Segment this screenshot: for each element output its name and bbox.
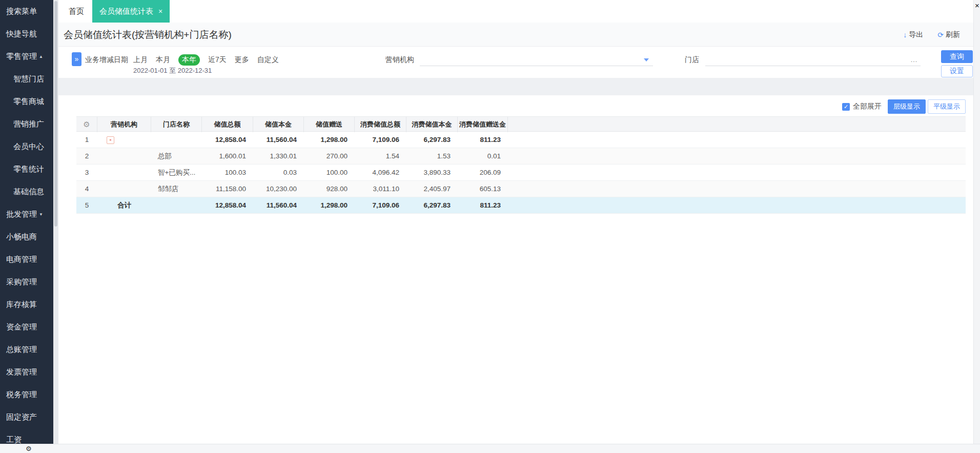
value-cell: 7,109.06 <box>355 136 406 143</box>
row-number: 4 <box>76 185 97 193</box>
sidebar-item-label: 搜索菜单 <box>6 7 37 15</box>
sidebar-item[interactable]: 固定资产 <box>0 406 53 428</box>
query-button[interactable]: 查询 <box>941 50 973 63</box>
tab-member-stored-value[interactable]: 会员储值统计表 × <box>92 0 170 23</box>
date-range-value[interactable]: 2022-01-01 至 2022-12-31 <box>133 66 212 75</box>
page-title: 会员储值统计表(按营销机构+门店名称) <box>64 23 232 47</box>
column-header: 消费储值总额 <box>355 117 406 132</box>
quick-option[interactable]: 本年 <box>178 54 200 66</box>
column-header: 营销机构 <box>97 117 151 132</box>
tab-close-icon[interactable]: × <box>158 7 162 15</box>
org-filter-label: 营销机构 <box>385 55 414 65</box>
table-controls: ✓ 全部展开 层级显示 平级显示 <box>842 99 966 114</box>
sidebar-item[interactable]: 总账管理 <box>0 338 53 361</box>
sidebar-item-label: 总账管理 <box>6 345 37 354</box>
collapse-row-icon[interactable]: - <box>107 136 114 144</box>
value-cell: 605.13 <box>458 185 508 193</box>
hierarchy-display-button[interactable]: 层级显示 <box>888 99 926 114</box>
chevron-down-icon[interactable] <box>644 58 649 61</box>
settings-gear-icon[interactable]: ⚙ <box>26 444 32 453</box>
sidebar-item[interactable]: 会员中心 <box>0 135 53 158</box>
quick-option[interactable]: 更多 <box>235 55 249 65</box>
main-scrollbar[interactable]: × <box>973 0 980 453</box>
sidebar-item[interactable]: 快捷导航 <box>0 23 53 45</box>
table-row[interactable]: 2总部1,600.011,330.01270.001.541.530.01 <box>76 148 966 164</box>
value-cell: 10,230.00 <box>253 185 304 193</box>
flat-display-button[interactable]: 平级显示 <box>928 99 966 114</box>
org-filter-input[interactable] <box>420 53 653 66</box>
sidebar-item[interactable]: 资金管理 <box>0 316 53 338</box>
collapse-filter-button[interactable]: » <box>72 52 81 66</box>
sidebar-item[interactable]: 小畅电商 <box>0 225 53 248</box>
sidebar-item[interactable]: 电商管理 <box>0 248 53 271</box>
value-cell: 1.54 <box>355 152 406 160</box>
sidebar-item[interactable]: 库存核算 <box>0 293 53 316</box>
main-area: 首页 会员储值统计表 × 会员储值统计表(按营销机构+门店名称) ↓ 导出 ⟳ … <box>58 0 973 453</box>
tab-bar: 首页 会员储值统计表 × <box>58 0 973 23</box>
filter-bar: » 业务增减日期 上月本月本年近7天更多自定义 2022-01-01 至 202… <box>58 47 973 78</box>
sidebar-item[interactable]: 采购管理 <box>0 271 53 293</box>
sidebar-item[interactable]: 基础信息 <box>0 180 53 203</box>
value-cell: 12,858.04 <box>202 201 253 209</box>
sidebar-item[interactable]: 发票管理 <box>0 361 53 383</box>
sidebar-item[interactable]: 税务管理 <box>0 383 53 406</box>
sidebar-scrollbar[interactable] <box>53 0 58 444</box>
table-body: 1-12,858.0411,560.041,298.007,109.066,29… <box>76 132 966 214</box>
sidebar-item-label: 基础信息 <box>13 187 44 196</box>
sidebar-item[interactable]: 零售统计 <box>0 158 53 180</box>
sidebar-item-label: 零售统计 <box>13 164 44 173</box>
quick-option[interactable]: 自定义 <box>257 55 279 65</box>
value-cell: 11,560.04 <box>253 136 304 143</box>
tab-home[interactable]: 首页 <box>58 0 94 23</box>
sidebar-item-label: 小畅电商 <box>6 232 37 241</box>
export-button[interactable]: ↓ 导出 <box>903 30 923 39</box>
sidebar-item[interactable]: 搜索菜单 <box>0 0 53 23</box>
settings-button[interactable]: 设置 <box>941 65 973 77</box>
sidebar-item-label: 采购管理 <box>6 277 37 286</box>
sidebar-item[interactable]: 营销推广 <box>0 113 53 135</box>
column-settings-gear-icon[interactable]: ⚙ <box>76 117 97 132</box>
column-header: 储值总额 <box>202 117 253 132</box>
quick-option[interactable]: 本月 <box>156 55 170 65</box>
sidebar-item-label: 快捷导航 <box>6 29 37 38</box>
content-area: ✓ 全部展开 层级显示 平级显示 ⚙营销机构门店名称储值总额储值本金储值赠送消费… <box>58 95 973 444</box>
bottom-bar: ⚙ <box>0 444 980 453</box>
quick-option[interactable]: 上月 <box>133 55 148 65</box>
sidebar-item[interactable]: 智慧门店 <box>0 68 53 90</box>
refresh-label: 刷新 <box>946 30 960 39</box>
table-row[interactable]: 1-12,858.0411,560.041,298.007,109.066,29… <box>76 132 966 148</box>
chevron-down-icon: ▼ <box>39 212 43 217</box>
row-number: 5 <box>76 201 97 209</box>
sidebar-item[interactable]: 零售商城 <box>0 90 53 113</box>
expand-all-checkbox[interactable]: ✓ <box>842 103 850 111</box>
value-cell: 1.53 <box>406 152 458 160</box>
value-cell: 6,297.83 <box>406 136 458 143</box>
value-cell: 811.23 <box>458 201 508 209</box>
sidebar-item-label: 发票管理 <box>6 367 37 376</box>
more-options-icon[interactable]: … <box>910 55 917 64</box>
table-row[interactable]: 5合计12,858.0411,560.041,298.007,109.066,2… <box>76 197 966 214</box>
table-row[interactable]: 3智+已购买...100.030.03100.004,096.423,890.3… <box>76 164 966 181</box>
value-cell: 1,298.00 <box>304 201 355 209</box>
window-close-icon[interactable]: × <box>974 0 980 11</box>
refresh-button[interactable]: ⟳ 刷新 <box>937 30 960 39</box>
sidebar-item[interactable]: 工资 <box>0 428 53 444</box>
value-cell: 928.00 <box>304 185 355 193</box>
store-cell: 总部 <box>151 152 202 161</box>
store-filter-input[interactable]: … <box>705 53 921 66</box>
column-header: 门店名称 <box>151 117 202 132</box>
sidebar-item[interactable]: 批发管理▼ <box>0 203 53 225</box>
refresh-icon: ⟳ <box>937 31 944 39</box>
table-row[interactable]: 4邹邹店11,158.0010,230.00928.003,011.102,40… <box>76 181 966 197</box>
value-cell: 206.09 <box>458 169 508 176</box>
quick-option[interactable]: 近7天 <box>208 55 227 65</box>
org-cell: 合计 <box>97 201 151 210</box>
value-cell: 12,858.04 <box>202 136 253 143</box>
value-cell: 3,890.33 <box>406 169 458 176</box>
sidebar-scrollbar-thumb[interactable] <box>54 1 57 226</box>
column-header: 储值本金 <box>253 117 304 132</box>
row-number: 1 <box>76 136 97 143</box>
sidebar-item[interactable]: 零售管理▲ <box>0 45 53 68</box>
chevron-up-icon: ▲ <box>39 54 43 59</box>
sidebar-item-label: 工资 <box>6 435 22 444</box>
